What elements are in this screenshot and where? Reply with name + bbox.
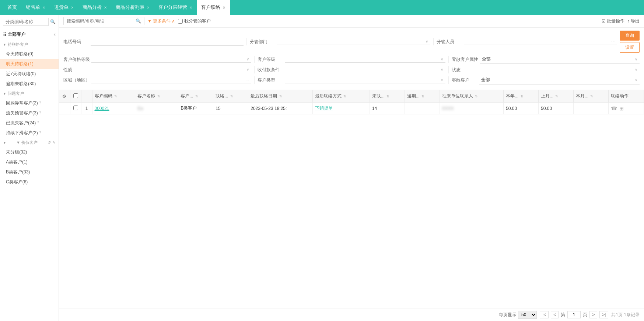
nav-home[interactable]: 首页 <box>3 0 21 15</box>
name-sort-icon: ⇅ <box>157 94 160 98</box>
td-last-contact-method[interactable]: 下销货单 <box>313 103 370 114</box>
nav-customer-contact[interactable]: 客户联络 ✕ <box>197 0 230 15</box>
nav-close-product-analysis-list[interactable]: ✕ <box>147 6 150 10</box>
td-this-month <box>574 103 609 114</box>
th-last-month[interactable]: 上月... ⇅ <box>539 90 574 103</box>
sidebar-group-value[interactable]: ▼ 价值客户 ↺ ✎ <box>0 138 59 147</box>
set-btn[interactable]: 设置 <box>620 42 640 53</box>
filter-chevron-icon: ∧ <box>172 18 175 24</box>
toolbar-search-icon[interactable]: 🔍 <box>136 18 141 24</box>
sidebar-item-b-class[interactable]: B类客户(33) <box>0 167 59 177</box>
th-last-contact-method[interactable]: 最后联络方式 ⇅ <box>313 90 370 103</box>
th-overdue[interactable]: 逾期... ⇅ <box>405 90 440 103</box>
th-company-contact[interactable]: 往来单位联系人 ⇅ <box>440 90 504 103</box>
sidebar-search-input[interactable] <box>3 18 49 26</box>
sidebar-item-c-class[interactable]: C类客户(6) <box>0 177 59 187</box>
code-sort-icon: ⇅ <box>114 94 117 98</box>
pager-prev-btn[interactable]: < <box>551 311 559 318</box>
toolbar-search-input[interactable] <box>67 18 134 24</box>
batch-ops-btn[interactable]: ☑ 批量操作 <box>602 18 624 24</box>
nav-close-sales[interactable]: ✕ <box>42 6 45 10</box>
footer-page-size-select[interactable]: 50 100 200 <box>518 311 537 319</box>
th-code[interactable]: 客户编码 ⇅ <box>92 90 135 103</box>
nav-product-analysis-list[interactable]: 商品分析列表 ✕ <box>111 0 154 15</box>
query-btn[interactable]: 查询 <box>620 31 640 41</box>
filter-row-4: 区域（地区） ··· 客户类型 ∨ 零散客户 <box>63 76 640 84</box>
filter-payment-select[interactable]: ∨ <box>285 66 445 73</box>
td-overdue <box>405 103 440 114</box>
filter-customer-type-select[interactable]: ∨ <box>285 77 445 83</box>
filter-retail-attr: 零散客户属性 全部 ∨ <box>452 55 640 64</box>
sidebar-item-today[interactable]: 今天待联络(0) <box>0 49 59 59</box>
th-category[interactable]: 客户... ⇅ <box>178 90 213 103</box>
sidebar-item-7days[interactable]: 近7天待联络(0) <box>0 69 59 79</box>
sidebar-value-edit-icon[interactable]: ✎ <box>52 140 56 145</box>
sidebar-item-declining[interactable]: 持续下滑客户(2) ? <box>0 128 59 138</box>
sidebar-group-pending[interactable]: 待联络客户 <box>0 40 59 49</box>
pager-next-btn[interactable]: > <box>589 311 597 318</box>
filter-retail-attr-select[interactable]: 全部 ∨ <box>480 55 640 64</box>
customer-table: ⚙ 客户编码 ⇅ 客户名称 ⇅ 客户... ⇅ 联络... ⇅ 最后联络日期 ⇅… <box>59 90 644 114</box>
filter-price-level-select[interactable]: ∨ <box>91 56 251 63</box>
th-last-contact-date[interactable]: 最后联络日期 ⇅ <box>248 90 313 103</box>
filter-more-btn[interactable]: ▼ 更多条件 ∧ <box>147 18 175 24</box>
td-name[interactable]: Ea <box>135 103 178 114</box>
export-btn[interactable]: ↑ 导出 <box>627 18 640 24</box>
filter-customer-level-select[interactable]: ∨ <box>285 56 445 63</box>
nav-product-analysis[interactable]: 商品分析 ✕ <box>78 0 111 15</box>
sidebar-all-customers[interactable]: ⠿ 全部客户 « <box>0 29 59 40</box>
td-code[interactable]: 000021 <box>92 103 135 114</box>
filter-dept-select[interactable]: ∨ <box>277 38 430 45</box>
nav-close-product-analysis[interactable]: ✕ <box>104 6 107 10</box>
filter-status-select[interactable]: ∨ <box>479 66 640 73</box>
sidebar-item-churn-warning[interactable]: 流失预警客户(3) ? <box>0 108 59 118</box>
toolbar-search-box[interactable]: 🔍 <box>63 17 144 25</box>
sidebar-search-icon[interactable]: 🔍 <box>50 19 56 24</box>
nav-close-customer-layered[interactable]: ✕ <box>189 6 192 10</box>
pager-page-input[interactable] <box>567 311 581 318</box>
status-chevron-icon: ∨ <box>635 68 637 72</box>
pager-last-btn[interactable]: >| <box>599 311 608 318</box>
nav-close-customer-contact[interactable]: ✕ <box>223 6 225 10</box>
sidebar-value-refresh-icon[interactable]: ↺ <box>48 140 51 145</box>
th-not-contacted[interactable]: 未联... ⇅ <box>370 90 405 103</box>
sidebar-item-ungrouped[interactable]: 未分组(32) <box>0 147 59 157</box>
sidebar-item-repurchase-abnormal[interactable]: 回购异常客户(2) ? <box>0 98 59 108</box>
sidebar-item-churned[interactable]: 已流失客户(24) ? <box>0 118 59 128</box>
sidebar-item-overdue[interactable]: 逾期未联络(30) <box>0 79 59 89</box>
filter-row-1: 电话号码 分管部门 ∨ 分管人员 ··· <box>63 31 640 53</box>
sidebar-group-problem[interactable]: 问题客户 <box>0 89 59 98</box>
nav-close-purchase[interactable]: ✕ <box>71 6 74 10</box>
sidebar-search-bar: 🔍 <box>0 15 59 29</box>
filter-retail-customer: 零散客户 全部 ∨ <box>452 76 640 84</box>
action-grid-icon[interactable]: ⊞ <box>619 106 624 111</box>
th-name[interactable]: 客户名称 ⇅ <box>135 90 178 103</box>
th-this-month[interactable]: 本月... ⇅ <box>574 90 609 103</box>
action-phone-icon[interactable]: ☎ <box>611 106 617 111</box>
filter-manager-select[interactable]: ··· <box>464 38 617 45</box>
retail-attr-chevron-icon: ∨ <box>635 57 637 61</box>
payment-chevron-icon: ∨ <box>441 68 443 72</box>
filter-retail-customer-select[interactable]: 全部 ∨ <box>479 76 640 84</box>
nav-purchase[interactable]: 进货单 ✕ <box>50 0 78 15</box>
th-checkbox[interactable] <box>73 93 78 98</box>
pager-first-btn[interactable]: |< <box>540 311 549 318</box>
filter-phone-input[interactable] <box>91 38 244 46</box>
th-check[interactable] <box>70 90 81 103</box>
td-check[interactable] <box>70 103 81 114</box>
nav-customer-layered[interactable]: 客户分层经营 ✕ <box>154 0 197 15</box>
company-contact-sort-icon: ⇅ <box>475 94 478 98</box>
filter-nature-select[interactable]: ∨ <box>91 66 251 73</box>
sidebar-item-a-class[interactable]: A类客户(1) <box>0 157 59 167</box>
th-contact[interactable]: 联络... ⇅ <box>213 90 248 103</box>
nav-sales[interactable]: 销售单 ✕ <box>21 0 50 15</box>
th-setting[interactable]: ⚙ <box>59 90 70 103</box>
td-setting <box>59 103 70 114</box>
toolbar: 🔍 ▼ 更多条件 ∧ 我分管的客户 ☑ 批量操作 ↑ 导出 <box>59 15 644 28</box>
sidebar-item-tomorrow[interactable]: 明天待联络(1) <box>0 59 59 69</box>
my-customers-checkbox[interactable] <box>178 19 183 24</box>
my-customers-checkbox-label[interactable]: 我分管的客户 <box>178 18 211 24</box>
row-checkbox[interactable] <box>73 106 78 110</box>
th-this-year[interactable]: 本年... ⇅ <box>504 90 539 103</box>
filter-region-select[interactable]: ··· <box>91 77 251 83</box>
